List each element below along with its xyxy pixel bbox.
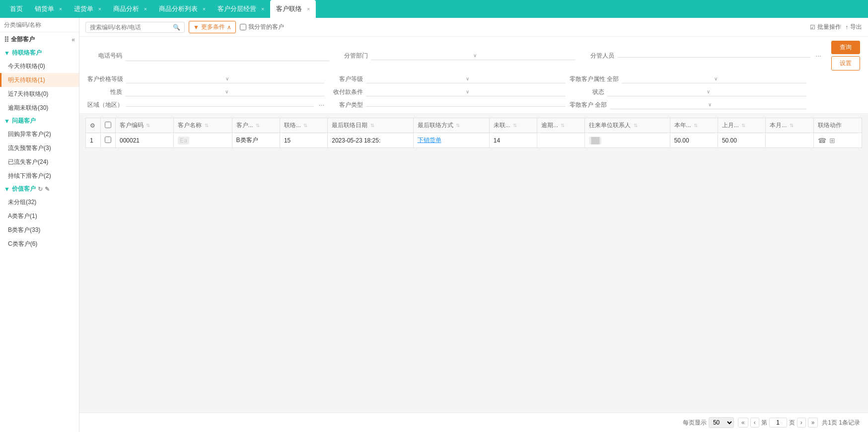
close-sales-order[interactable]: × (59, 6, 62, 12)
query-button[interactable]: 查询 (831, 41, 860, 54)
row-customer-name[interactable]: Ea (174, 133, 232, 148)
filter-phone-input[interactable] (125, 51, 329, 61)
sidebar-item-tomorrow-pending[interactable]: 明天待联络(1) (0, 73, 79, 87)
filter-manager-dropdown[interactable] (617, 54, 811, 58)
close-customer-contact[interactable]: × (307, 6, 310, 12)
sidebar-item-churn-warning[interactable]: 流失预警客户(3) (0, 141, 79, 155)
export-btn[interactable]: ↑ 导出 (845, 23, 862, 31)
filter-nature-dropdown[interactable]: ∨ (125, 87, 324, 96)
pagination-size-container: 每页显示 50 100 200 (683, 417, 734, 428)
filter-area-dots[interactable]: ··· (319, 101, 325, 109)
batch-op-btn[interactable]: ☑ 批量操作 (810, 23, 841, 31)
nav-purchase-order[interactable]: 进货单 × (68, 0, 107, 18)
filter-manager-dots[interactable]: ··· (815, 52, 821, 60)
action-menu-icon[interactable]: ⊞ (829, 137, 835, 144)
sidebar-item-c-class[interactable]: C类客户(6) (0, 237, 79, 251)
sidebar-item-repurchase-abnormal[interactable]: 回购异常客户(2) (0, 127, 79, 141)
select-all-checkbox[interactable] (105, 122, 111, 128)
per-page-label: 每页显示 (683, 419, 707, 427)
close-product-analysis[interactable]: × (144, 6, 147, 12)
row-last-contact-method[interactable]: 下销货单 (413, 133, 489, 148)
filter-status-label: 状态 (570, 88, 604, 96)
sidebar-search-container: 🔍 (0, 18, 79, 32)
filter-customer-type-dropdown[interactable] (366, 103, 565, 107)
my-customers-checkbox[interactable]: 我分管的客户 (240, 23, 284, 31)
filter-status-dropdown[interactable]: ∨ (607, 87, 806, 96)
sort-icon-overdue: ⇅ (561, 123, 565, 128)
filter-payment-dropdown[interactable]: ∨ (366, 87, 565, 96)
nav-home[interactable]: 首页 (4, 0, 29, 18)
filter-price-level-dropdown[interactable]: ∨ (126, 74, 324, 83)
search-input[interactable] (90, 24, 173, 31)
sort-icon-method: ⇅ (456, 123, 460, 128)
sidebar: 🔍 ⠿ 全部客户 « ▼ 待联络客户 今天待联络(0) 明天待联络(1) 近7天… (0, 18, 79, 432)
sidebar-item-7day-pending[interactable]: 近7天待联络(0) (0, 87, 79, 101)
last-page-btn[interactable]: » (808, 418, 818, 428)
all-customers-header[interactable]: ⠿ 全部客户 « (0, 32, 79, 47)
sidebar-item-overdue-pending[interactable]: 逾期未联络(30) (0, 101, 79, 115)
close-product-analysis-list[interactable]: × (203, 6, 206, 12)
filter-retail: 零散客户 全部 ∨ (570, 100, 806, 109)
nav-customer-tier[interactable]: 客户分层经营 × (212, 0, 270, 18)
filter-phone-label: 电话号码 (87, 52, 122, 60)
filter-retail-arrow-icon: ∨ (708, 102, 804, 107)
nav-product-analysis-list[interactable]: 商品分析列表 × (153, 0, 212, 18)
sidebar-item-ungrouped[interactable]: 未分组(32) (0, 195, 79, 209)
filter-retail-dropdown[interactable]: ∨ (610, 100, 806, 109)
filter-dept-dropdown[interactable]: ∨ (371, 51, 575, 60)
sidebar-item-a-class[interactable]: A类客户(1) (0, 209, 79, 223)
filter-status: 状态 ∨ (570, 87, 806, 96)
last-contact-link[interactable]: 下销货单 (418, 137, 441, 144)
first-page-btn[interactable]: « (738, 418, 748, 428)
filter-customer-type: 客户类型 (328, 101, 565, 109)
filter-customer-level-dropdown[interactable]: ∨ (366, 74, 565, 83)
my-customers-check[interactable] (240, 24, 246, 30)
sort-icon-type: ⇅ (256, 123, 260, 128)
filter-phone: 电话号码 (87, 51, 329, 61)
value-edit-icon[interactable]: ✎ (45, 186, 50, 193)
row-checkbox[interactable] (105, 137, 111, 143)
filter-area-dropdown[interactable] (126, 103, 314, 107)
sidebar-item-declining[interactable]: 持续下滑客户(2) (0, 169, 79, 183)
filter-area: 区域（地区） ··· (87, 101, 324, 109)
nav-product-analysis[interactable]: 商品分析 × (107, 0, 153, 18)
search-box-icon[interactable]: 🔍 (173, 24, 180, 31)
sidebar-item-churned[interactable]: 已流失客户(24) (0, 155, 79, 169)
sidebar-item-b-class[interactable]: B类客户(33) (0, 223, 79, 237)
action-phone-icon[interactable]: ☎ (818, 137, 826, 144)
row-index: 1 (86, 133, 101, 148)
filter-retail-attr-dropdown[interactable]: ∨ (622, 74, 806, 83)
table-row: 1 000021 Ea B类客户 15 2023-05-23 18:25: 下销… (86, 133, 862, 148)
customer-name-value: Ea (178, 137, 189, 144)
more-filters-btn[interactable]: ▼ 更多条件 ∧ (189, 21, 236, 33)
filter-payment: 收付款条件 ∨ (328, 87, 565, 96)
close-customer-tier[interactable]: × (261, 6, 264, 12)
problem-group-label: ▼ 问题客户 (0, 115, 79, 127)
prev-page-btn[interactable]: ‹ (750, 418, 759, 428)
page-number-input[interactable] (769, 418, 787, 428)
nav-customer-contact[interactable]: 客户联络 × (270, 0, 316, 18)
problem-arrow-icon: ▼ (4, 118, 10, 125)
pagination-bar: 每页显示 50 100 200 « ‹ 第 页 › » 共1页 1条记录 (79, 413, 868, 432)
page-unit: 页 (789, 419, 795, 427)
sidebar-item-today-pending[interactable]: 今天待联络(0) (0, 59, 79, 73)
page-label: 第 (761, 419, 767, 427)
per-page-select[interactable]: 50 100 200 (709, 417, 734, 428)
filter-payment-arrow-icon: ∨ (466, 89, 564, 94)
filter-row-4: 区域（地区） ··· 客户类型 零散客户 全部 ∨ (87, 100, 860, 109)
row-contact-count: 15 (280, 133, 327, 148)
unit-contact-value: ██ (589, 137, 601, 144)
next-page-btn[interactable]: › (797, 418, 806, 428)
action-icons-container: ☎ ⊞ (818, 137, 858, 144)
pending-group-label: ▼ 待联络客户 (0, 47, 79, 59)
col-last-month: 上月... ⇅ (718, 118, 765, 133)
nav-sales-order[interactable]: 销货单 × (29, 0, 68, 18)
close-purchase-order[interactable]: × (98, 6, 101, 12)
sidebar-search-input[interactable] (4, 21, 78, 28)
reset-button[interactable]: 设置 (831, 56, 860, 71)
filter-customer-type-label: 客户类型 (328, 101, 363, 109)
filter-manager-label: 分管人员 (579, 52, 614, 60)
sort-icon-thismonth: ⇅ (790, 123, 794, 128)
value-refresh-icon[interactable]: ↻ (38, 186, 43, 193)
row-last-month: 50.00 (718, 133, 765, 148)
